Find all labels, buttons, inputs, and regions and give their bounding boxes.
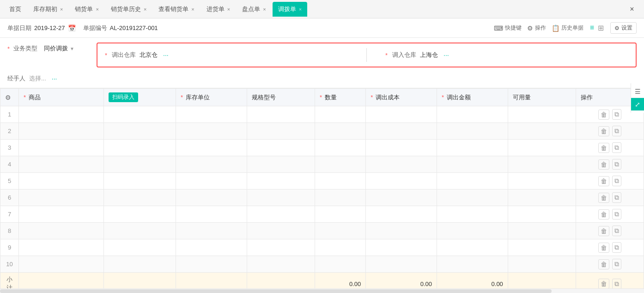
unit-cell[interactable] [176, 256, 247, 273]
copy-icon[interactable]: ⧉ [612, 279, 621, 289]
delete-icon[interactable]: 🗑 [598, 279, 609, 288]
spec-cell[interactable] [247, 256, 315, 273]
product-cell[interactable] [19, 206, 104, 223]
unit-cell[interactable] [176, 156, 247, 173]
spec-cell[interactable] [247, 140, 315, 156]
right-list-tool[interactable]: ☰ [631, 85, 644, 98]
cost-cell[interactable] [366, 156, 437, 173]
amount-cell[interactable] [437, 206, 508, 223]
spec-cell[interactable] [247, 123, 315, 140]
avail-cell[interactable] [508, 106, 576, 123]
spec-cell[interactable] [247, 239, 315, 256]
copy-icon[interactable]: ⧉ [612, 159, 621, 170]
product-cell[interactable] [19, 273, 104, 289]
product-cell[interactable] [19, 189, 104, 206]
operation-btn[interactable]: ⚙ 操作 [527, 24, 546, 32]
handler-value[interactable]: 选择... [29, 74, 46, 83]
qty-cell[interactable] [315, 140, 365, 156]
cost-cell[interactable] [366, 256, 437, 273]
product-cell[interactable] [19, 156, 104, 173]
spec-cell[interactable] [247, 106, 315, 123]
unit-cell[interactable] [176, 189, 247, 206]
tab-purchase-order[interactable]: 进货单 × [201, 2, 236, 17]
tab-close-icon[interactable]: × [263, 6, 266, 12]
amount-cell[interactable] [437, 106, 508, 123]
copy-icon[interactable]: ⧉ [612, 226, 621, 236]
spec-cell[interactable] [247, 223, 315, 239]
calendar-icon[interactable]: 📅 [68, 24, 76, 32]
delete-icon[interactable]: 🗑 [598, 159, 609, 170]
delete-icon[interactable]: 🗑 [598, 209, 609, 220]
cost-cell[interactable] [366, 106, 437, 123]
list-view-icon[interactable]: ≡ [589, 23, 595, 33]
avail-cell[interactable] [508, 156, 576, 173]
product-cell[interactable] [19, 173, 104, 189]
scrollbar-thumb[interactable] [0, 289, 552, 293]
qty-cell[interactable] [315, 189, 365, 206]
copy-icon[interactable]: ⧉ [612, 126, 621, 136]
qty-cell[interactable] [315, 223, 365, 239]
tab-close-icon[interactable]: × [227, 6, 230, 12]
amount-cell[interactable] [437, 256, 508, 273]
avail-cell[interactable] [508, 256, 576, 273]
qty-cell[interactable] [315, 206, 365, 223]
qty-cell[interactable] [315, 106, 365, 123]
tab-inventory-init[interactable]: 库存期初 × [28, 2, 68, 17]
unit-cell[interactable] [176, 140, 247, 156]
cost-cell[interactable] [366, 223, 437, 239]
spec-cell[interactable] [247, 156, 315, 173]
qty-cell[interactable] [315, 256, 365, 273]
window-close-button[interactable]: × [624, 1, 640, 18]
tab-close-icon[interactable]: × [191, 6, 194, 12]
product-cell[interactable] [19, 123, 104, 140]
unit-cell[interactable] [176, 173, 247, 189]
cost-cell[interactable]: 0.00 [366, 273, 437, 289]
delete-icon[interactable]: 🗑 [598, 193, 609, 203]
horizontal-scrollbar[interactable] [0, 288, 644, 293]
cost-cell[interactable] [366, 206, 437, 223]
product-cell[interactable] [19, 256, 104, 273]
product-cell[interactable] [19, 106, 104, 123]
cost-cell[interactable] [366, 189, 437, 206]
unit-cell[interactable] [176, 239, 247, 256]
delete-icon[interactable]: 🗑 [598, 259, 609, 269]
qty-cell[interactable] [315, 239, 365, 256]
avail-cell[interactable] [508, 239, 576, 256]
cost-cell[interactable] [366, 140, 437, 156]
amount-cell[interactable] [437, 239, 508, 256]
avail-cell[interactable] [508, 206, 576, 223]
delete-icon[interactable]: 🗑 [598, 176, 609, 186]
tab-close-icon[interactable]: × [60, 6, 63, 12]
avail-cell[interactable] [508, 173, 576, 189]
warehouse-out-more-btn[interactable]: ··· [161, 50, 170, 60]
avail-cell[interactable] [508, 273, 576, 289]
delete-icon[interactable]: 🗑 [598, 243, 609, 253]
spec-cell[interactable] [247, 173, 315, 189]
gear-icon[interactable]: ⚙ [5, 94, 11, 101]
avail-cell[interactable] [508, 223, 576, 239]
unit-cell[interactable] [176, 106, 247, 123]
unit-cell[interactable] [176, 123, 247, 140]
unit-cell[interactable] [176, 273, 247, 289]
spec-cell[interactable] [247, 206, 315, 223]
spec-cell[interactable] [247, 273, 315, 289]
tab-transfer[interactable]: 调拨单 × [273, 2, 307, 17]
spec-cell[interactable] [247, 189, 315, 206]
avail-cell[interactable] [508, 189, 576, 206]
copy-icon[interactable]: ⧉ [612, 176, 621, 186]
copy-icon[interactable]: ⧉ [612, 142, 621, 153]
tab-sales-history[interactable]: 销货单历史 × [105, 2, 152, 17]
delete-icon[interactable]: 🗑 [598, 226, 609, 236]
copy-icon[interactable]: ⧉ [612, 209, 621, 220]
avail-cell[interactable] [508, 140, 576, 156]
history-btn[interactable]: 📋 历史单据 [552, 24, 583, 32]
amount-cell[interactable] [437, 123, 508, 140]
unit-cell[interactable] [176, 206, 247, 223]
delete-icon[interactable]: 🗑 [598, 126, 609, 136]
qty-cell[interactable]: 0.00 [315, 273, 365, 289]
amount-cell[interactable] [437, 173, 508, 189]
amount-cell[interactable] [437, 189, 508, 206]
qty-cell[interactable] [315, 173, 365, 189]
grid-view-icon[interactable]: ⊞ [597, 23, 605, 33]
business-type-dropdown[interactable]: 同价调拨 ▼ [40, 43, 78, 55]
